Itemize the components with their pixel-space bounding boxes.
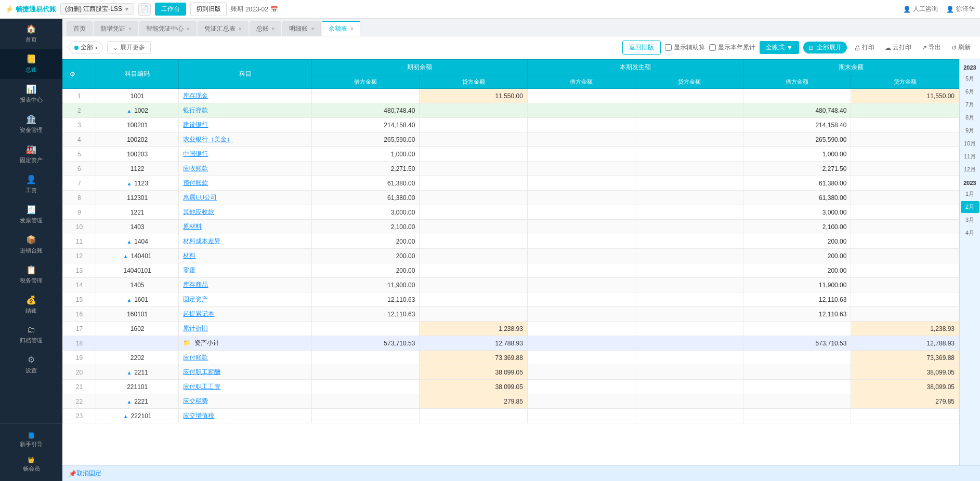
tab-balance-sheet[interactable]: 余额表 × bbox=[322, 21, 360, 36]
doc-button[interactable]: 📄 bbox=[138, 3, 151, 16]
workbench-button[interactable]: 工作台 bbox=[155, 3, 186, 16]
right-panel-month-10[interactable]: 10月 bbox=[961, 138, 979, 150]
right-panel-month-6[interactable]: 6月 bbox=[961, 86, 979, 98]
tab-smart-center[interactable]: 智能凭证中心 × bbox=[139, 21, 197, 36]
return-old-button[interactable]: 返回旧版 bbox=[622, 41, 661, 55]
sidebar-item-tax[interactable]: 📋 税务管理 bbox=[0, 260, 62, 290]
tab-ledger[interactable]: 总账 × bbox=[250, 21, 282, 36]
row-opening-debit: 12,110.63 bbox=[311, 307, 420, 322]
row-current-credit bbox=[635, 292, 743, 307]
right-panel-month-8[interactable]: 8月 bbox=[961, 112, 979, 124]
company-dropdown-icon: ▼ bbox=[124, 6, 129, 12]
row-name[interactable]: 应付职工薪酬 bbox=[179, 365, 311, 380]
show-ytd-checkbox-group[interactable]: 显示本年累计 bbox=[709, 43, 755, 52]
tab-voucher-summary-close[interactable]: × bbox=[239, 26, 242, 32]
right-panel-month-4[interactable]: 4月 bbox=[961, 227, 979, 239]
row-opening-debit bbox=[311, 89, 420, 103]
row-name[interactable]: 其他应收款 bbox=[179, 205, 311, 220]
settings-icon[interactable]: ⚙ bbox=[67, 69, 77, 79]
expand-all-toggle[interactable]: ⊟ 全部展开 bbox=[803, 42, 847, 54]
row-name[interactable]: 库存商品 bbox=[179, 278, 311, 292]
right-panel-month-5[interactable]: 5月 bbox=[961, 73, 979, 85]
tab-home[interactable]: 首页 bbox=[67, 21, 93, 36]
right-panel-month-11[interactable]: 11月 bbox=[961, 151, 979, 163]
sidebar-item-home[interactable]: 🏠 首页 bbox=[0, 19, 62, 49]
switch-version-button[interactable]: 切到旧版 bbox=[190, 2, 227, 16]
period-calendar-icon[interactable]: 📅 bbox=[270, 6, 278, 13]
sidebar-item-archive[interactable]: 🗂 归档管理 bbox=[0, 320, 62, 350]
row-name[interactable]: 惠属EU公司 bbox=[179, 191, 311, 205]
expand-more-button[interactable]: ⌄ 展开更多 bbox=[107, 41, 151, 54]
tab-balance-sheet-close[interactable]: × bbox=[350, 26, 354, 32]
row-name[interactable]: 材料成本差异 bbox=[179, 234, 311, 249]
row-name[interactable]: 应付职工工资 bbox=[179, 380, 311, 394]
th-settings[interactable]: ⚙ bbox=[63, 60, 96, 89]
cloud-print-button[interactable]: ☁ 云打印 bbox=[882, 42, 914, 54]
tab-detail-ledger[interactable]: 明细账 × bbox=[282, 21, 321, 36]
row-name[interactable]: 起提累记本 bbox=[179, 307, 311, 322]
top-bar: ⚡ 畅捷通易代账 (勿删) 江西股宝-LSS ▼ 📄 工作台 切到旧版 账期 2… bbox=[0, 0, 980, 19]
expand-icon[interactable]: ▲ bbox=[126, 370, 133, 376]
row-name[interactable]: 零蛋 bbox=[179, 263, 311, 278]
show-aux-checkbox-group[interactable]: 显示辅助算 bbox=[665, 43, 705, 52]
tab-detail-ledger-close[interactable]: × bbox=[311, 26, 314, 32]
tab-ledger-close[interactable]: × bbox=[272, 26, 275, 32]
row-name[interactable]: 原材料 bbox=[179, 220, 311, 234]
row-name[interactable]: 预付账款 bbox=[179, 176, 311, 191]
row-name[interactable]: 应付账款 bbox=[179, 351, 311, 365]
print-button[interactable]: 🖨 打印 bbox=[851, 42, 878, 54]
tab-smart-center-close[interactable]: × bbox=[187, 26, 190, 32]
row-name[interactable]: 应收账款 bbox=[179, 162, 311, 176]
row-name[interactable]: 应交增值税 bbox=[179, 409, 311, 423]
right-panel-month-1[interactable]: 1月 bbox=[961, 188, 979, 200]
expand-icon[interactable]: ▲ bbox=[126, 399, 133, 405]
tab-new-voucher-close[interactable]: × bbox=[128, 26, 132, 32]
show-aux-checkbox[interactable] bbox=[665, 44, 672, 51]
right-panel-month-2[interactable]: 2月 bbox=[961, 201, 979, 213]
refresh-button[interactable]: ↺ 刷新 bbox=[948, 42, 974, 54]
right-panel-month-9[interactable]: 9月 bbox=[961, 125, 979, 137]
expand-icon[interactable]: ▲ bbox=[126, 297, 133, 303]
row-name[interactable]: 累计折旧 bbox=[179, 322, 311, 336]
sidebar-item-invoice[interactable]: 🧾 发票管理 bbox=[0, 199, 62, 230]
sidebar-item-settings[interactable]: ⚙ 设置 bbox=[0, 350, 62, 380]
show-ytd-checkbox[interactable] bbox=[709, 44, 716, 51]
row-name[interactable]: 建设银行 bbox=[179, 118, 311, 132]
expand-icon[interactable]: ▲ bbox=[123, 413, 130, 419]
row-name[interactable]: 中国银行 bbox=[179, 147, 311, 162]
sidebar-item-purchase-sales[interactable]: 📦 进销台账 bbox=[0, 230, 62, 260]
sidebar-item-fixed-assets[interactable]: 🏭 固定资产 bbox=[0, 139, 62, 169]
bottom-bar-label[interactable]: 取消固定 bbox=[76, 469, 101, 478]
sidebar-item-guide[interactable]: 📘 新手引导 bbox=[0, 428, 62, 452]
sidebar-item-ledger[interactable]: 📒 总账 bbox=[0, 49, 62, 79]
row-name[interactable]: 银行存款 bbox=[179, 103, 311, 118]
tab-new-voucher[interactable]: 新增凭证 × bbox=[94, 21, 138, 36]
right-panel-month-3[interactable]: 3月 bbox=[961, 214, 979, 226]
export-button[interactable]: ↗ 导出 bbox=[919, 42, 944, 54]
sidebar-item-vip[interactable]: 👑 畅会员 bbox=[0, 452, 62, 477]
row-name[interactable]: 材料 bbox=[179, 249, 311, 263]
row-name[interactable]: 固定资产 bbox=[179, 292, 311, 307]
expand-icon[interactable]: ▲ bbox=[126, 181, 133, 186]
sidebar-item-reports[interactable]: 📊 报表中心 bbox=[0, 79, 62, 109]
right-panel-month-12[interactable]: 12月 bbox=[961, 164, 979, 176]
full-mode-button[interactable]: 全账式 ▼ bbox=[760, 41, 799, 54]
company-selector[interactable]: (勿删) 江西股宝-LSS ▼ bbox=[60, 3, 134, 15]
tab-voucher-summary[interactable]: 凭证汇总表 × bbox=[198, 21, 249, 36]
consult-button[interactable]: 👤 人工咨询 bbox=[903, 5, 938, 14]
full-mode-dropdown-icon: ▼ bbox=[787, 44, 793, 51]
sidebar-item-assets[interactable]: 🏦 资金管理 bbox=[0, 109, 62, 139]
user-profile[interactable]: 👤 徐泽华 bbox=[946, 5, 975, 14]
row-name[interactable]: 应交税费 bbox=[179, 394, 311, 409]
expand-icon[interactable]: ▲ bbox=[126, 108, 133, 114]
row-name[interactable]: 📁 资产小计 bbox=[179, 336, 311, 351]
expand-icon[interactable]: ▲ bbox=[123, 253, 130, 259]
row-name[interactable]: 农业银行（美金） bbox=[179, 132, 311, 147]
right-panel-month-7[interactable]: 7月 bbox=[961, 99, 979, 111]
table-scroll[interactable]: ⚙ 科目编码 科目 期初余额 bbox=[62, 59, 959, 465]
sidebar-item-salary[interactable]: 👤 工资 bbox=[0, 169, 62, 199]
row-name[interactable]: 库存现金 bbox=[179, 89, 311, 103]
filter-button[interactable]: 全部 › bbox=[69, 41, 103, 54]
sidebar-item-settlement[interactable]: 💰 结账 bbox=[0, 290, 62, 320]
expand-icon[interactable]: ▲ bbox=[126, 239, 133, 245]
